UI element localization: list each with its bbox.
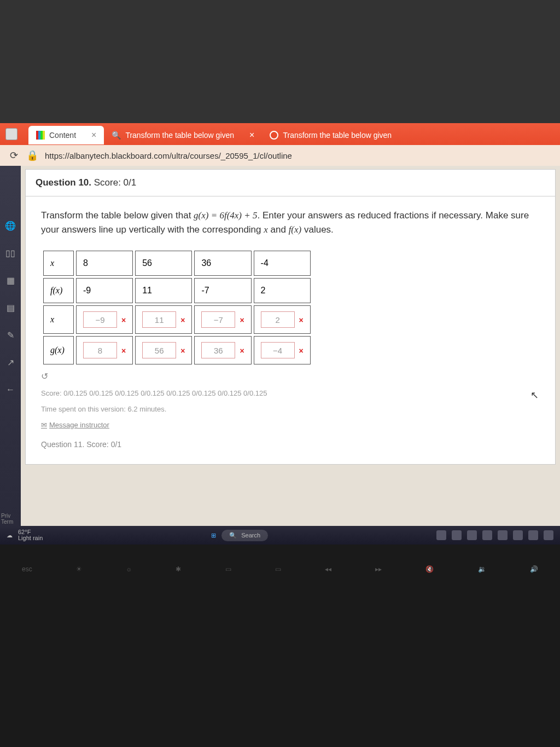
cell-x-1: 56	[135, 251, 192, 276]
taskbar-search[interactable]: 🔍 Search	[221, 530, 268, 541]
left-rail: 🌐 ▯▯ ▦ ▤ ✎ ↗ ← PrivTerm	[0, 166, 21, 526]
wrong-icon: ×	[121, 346, 126, 355]
cell-x-0: 8	[76, 251, 133, 276]
windows-taskbar: ☁ 62°F Light rain ⊞ 🔍 Search	[0, 526, 560, 545]
answer-input[interactable]: 8	[83, 342, 117, 358]
table-row-answer-gx: g(x) 8× 56× 36× −4×	[43, 336, 311, 364]
time-spent: Time spent on this version: 6.2 minutes.	[41, 405, 540, 413]
tray-icon[interactable]	[528, 530, 538, 540]
close-icon[interactable]: ×	[249, 130, 254, 140]
search-icon: 🔍	[229, 532, 237, 539]
question-header: Question 10. Score: 0/1	[26, 170, 555, 196]
privacy-badge: PrivTerm	[1, 513, 13, 525]
row-label-fx: f(x)	[43, 278, 74, 303]
tray-icon[interactable]	[498, 530, 508, 540]
filo-icon	[270, 131, 278, 140]
answer-input[interactable]: 36	[201, 342, 235, 358]
tab-transform-1[interactable]: 🔍 Transform the table below given ×	[104, 126, 262, 144]
cell-fx-2: -7	[194, 278, 251, 303]
wrong-icon: ×	[299, 346, 304, 355]
tab-label: Content	[49, 131, 76, 140]
rail-icon-pen[interactable]: ✎	[5, 330, 16, 341]
keyboard-fn-row: esc☀☼✱▭▭◂◂▸▸🔇🔉🔊	[0, 561, 560, 577]
row-label-x: x	[43, 251, 74, 276]
tab-label: Transform the table below given	[125, 131, 234, 140]
mail-icon: ✉	[41, 421, 47, 429]
address-bar: ⟳ 🔒 https://albanytech.blackboard.com/ul…	[0, 145, 560, 166]
row-label-answer-x: x	[43, 305, 74, 334]
search-placeholder: Search	[241, 532, 260, 538]
cell-x-2: 36	[194, 251, 251, 276]
answer-cell-gx-3: −4×	[254, 336, 311, 364]
rail-icon-globe[interactable]: 🌐	[5, 221, 16, 231]
table-row-answer-x: x −9× 11× −7× 2×	[43, 305, 311, 334]
transform-table: x 8 56 36 -4 f(x) -9 11 -7 2	[41, 248, 313, 367]
answer-input[interactable]: −9	[83, 311, 117, 328]
wrong-icon: ×	[121, 316, 126, 325]
weather-icon[interactable]: ☁	[7, 532, 13, 539]
answer-cell-x-0: −9×	[76, 305, 133, 334]
answer-cell-gx-0: 8×	[76, 336, 133, 364]
question-card: Question 10. Score: 0/1 ↖ Transform the …	[25, 169, 556, 465]
tray-icon[interactable]	[482, 530, 492, 540]
browser-tab-bar: Content × 🔍 Transform the table below gi…	[0, 123, 560, 145]
question-prompt: Transform the table below given that g(x…	[41, 209, 540, 236]
rail-icon-grid[interactable]: ▦	[5, 275, 16, 286]
question-score: Score: 0/1	[94, 177, 137, 188]
next-question-header: Question 11. Score: 0/1	[41, 440, 540, 449]
tab-transform-2[interactable]: Transform the table below given	[262, 126, 399, 144]
lock-icon[interactable]: 🔒	[26, 149, 38, 161]
wrong-icon: ×	[299, 316, 304, 325]
answer-cell-x-1: 11×	[135, 305, 192, 334]
refresh-icon[interactable]: ⟳	[8, 149, 20, 161]
retry-icon[interactable]: ↺	[41, 371, 50, 380]
answer-cell-gx-2: 36×	[194, 336, 251, 364]
wrong-icon: ×	[180, 316, 185, 325]
rail-icon-open[interactable]: ↗	[5, 357, 16, 368]
tray-icon[interactable]	[544, 530, 553, 540]
answer-cell-x-3: 2×	[254, 305, 311, 334]
wrong-icon: ×	[240, 316, 244, 325]
tray-icon[interactable]	[513, 530, 523, 540]
answer-cell-gx-1: 56×	[135, 336, 192, 364]
rail-icon-back[interactable]: ←	[5, 385, 16, 396]
row-label-answer-gx: g(x)	[43, 336, 74, 364]
message-instructor-link[interactable]: ✉Message instructor	[41, 421, 109, 429]
table-row-x: x 8 56 36 -4	[43, 251, 311, 276]
wrong-icon: ×	[180, 346, 185, 355]
search-icon: 🔍	[112, 131, 121, 140]
rail-icon-doc[interactable]: ▤	[5, 303, 16, 314]
rail-icon-panel[interactable]: ▯▯	[5, 248, 16, 259]
tray-icon[interactable]	[452, 530, 462, 540]
answer-input[interactable]: 11	[142, 311, 176, 328]
answer-cell-x-2: −7×	[194, 305, 251, 334]
tab-label: Transform the table below given	[283, 131, 392, 140]
start-icon[interactable]: ⊞	[211, 532, 216, 539]
cell-fx-3: 2	[254, 278, 311, 303]
wrong-icon: ×	[240, 346, 244, 355]
weather-widget[interactable]: 62°F Light rain	[18, 529, 43, 541]
tray-icon[interactable]	[467, 530, 477, 540]
answer-input[interactable]: −7	[201, 311, 235, 328]
score-detail: Score: 0/0.125 0/0.125 0/0.125 0/0.125 0…	[41, 389, 540, 397]
blackboard-icon	[36, 131, 45, 140]
question-number: Question 10.	[36, 177, 91, 188]
close-icon[interactable]: ×	[91, 130, 96, 140]
table-row-fx: f(x) -9 11 -7 2	[43, 278, 311, 303]
tab-content[interactable]: Content ×	[28, 126, 104, 144]
answer-input[interactable]: −4	[261, 342, 295, 358]
cell-x-3: -4	[254, 251, 311, 276]
cell-fx-1: 11	[135, 278, 192, 303]
answer-input[interactable]: 2	[261, 311, 295, 328]
answer-input[interactable]: 56	[142, 342, 176, 358]
url-input[interactable]: https://albanytech.blackboard.com/ultra/…	[45, 151, 552, 160]
tray-icon[interactable]	[436, 530, 446, 540]
window-control-button[interactable]	[5, 128, 18, 140]
cell-fx-0: -9	[76, 278, 133, 303]
